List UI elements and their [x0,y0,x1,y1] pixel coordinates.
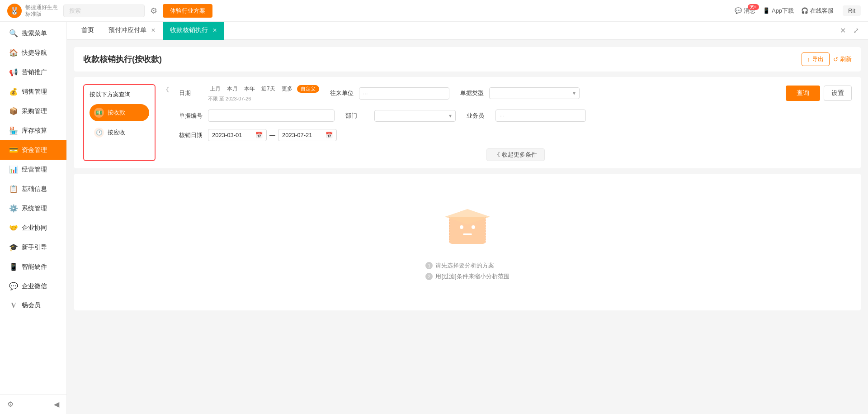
tab-receipt-writeoff[interactable]: 收款核销执行 ✕ [163,22,224,40]
filter-field-date: 日期 上月 本月 本年 近7天 更多 自定义 不限 至 [179,84,319,102]
tab-receipt-label: 收款核销执行 [170,26,208,34]
sidebar-item-hardware[interactable]: 📱 智能硬件 [0,257,66,276]
query-button[interactable]: 查询 [786,86,820,101]
topbar-icons: 💬 消息 99+ 📱 App下载 🎧 在线客服 [735,7,834,15]
empty-state: 1 请先选择要分析的方案 2 用[过滤]条件来缩小分析范围 [74,174,861,310]
shortcut-7days[interactable]: 近7天 [259,84,277,94]
receivable-icon: 🕐 [94,128,104,138]
topbar-settings-icon[interactable]: ⚙ [150,6,157,16]
docnumber-input[interactable] [208,109,335,122]
tab-fullscreen-icon[interactable]: ⤢ [851,24,861,37]
page-content: 收款核销执行(按收款) ↑ 导出 ↺ 刷新 按以下方案查询 [67,40,868,414]
online-service-item[interactable]: 🎧 在线客服 [801,7,834,15]
sidebar: 🔍 搜索菜单 🏠 快捷导航 📢 营销推广 💰 销售管理 📦 采购管理 🏪 库存核… [0,22,67,414]
department-select[interactable]: ▾ [374,110,456,122]
filter-expand-row: 《 收起更多条件 [179,148,852,161]
logo-icon: 🐰 [7,4,22,18]
sidebar-item-operation[interactable]: 📊 经营管理 [0,160,66,179]
shortcut-this-year[interactable]: 本年 [242,84,257,94]
sidebar-item-finance[interactable]: 💳 资金管理 [0,140,66,160]
sidebar-item-label: 搜索菜单 [22,29,47,38]
counterparty-dots: ··· [363,90,368,97]
basic-info-icon: 📋 [9,185,18,193]
sidebar-item-enterprise[interactable]: 🤝 企业协同 [0,218,66,238]
sidebar-item-marketing[interactable]: 📢 营销推广 [0,62,66,82]
solution-button[interactable]: 体验行业方案 [163,4,212,18]
collapse-more-button[interactable]: 《 收起更多条件 [486,148,545,161]
salesperson-select[interactable]: ··· [495,109,586,122]
collapse-icon: 《 [494,151,500,159]
tab-close-window-icon[interactable]: ✕ [838,24,848,37]
sidebar-item-label: 快捷导航 [22,49,47,57]
shortcut-this-month[interactable]: 本月 [225,84,240,94]
app-download-item[interactable]: 📱 App下载 [763,7,794,15]
sales-icon: 💰 [9,87,18,96]
calendar-to-icon[interactable]: 📅 [326,132,333,138]
doctype-select[interactable]: ▾ [489,87,580,99]
sidebar-item-label: 基础信息 [22,185,47,193]
phone-icon: 📱 [763,7,770,14]
doctype-label: 单据类型 [460,89,486,97]
shortcut-more[interactable]: 更多 [280,84,294,94]
docnumber-label: 单据编号 [179,112,204,120]
sidebar-item-label: 采购管理 [22,107,47,115]
tab-receipt-close[interactable]: ✕ [212,27,217,33]
sidebar-item-label: 企业协同 [22,224,47,232]
refresh-button[interactable]: ↺ 刷新 [833,52,852,66]
main-layout: 🔍 搜索菜单 🏠 快捷导航 📢 营销推广 💰 销售管理 📦 采购管理 🏪 库存核… [0,22,868,414]
operation-icon: 📊 [9,165,18,174]
guide-icon: 🎓 [9,243,18,252]
sidebar-item-system[interactable]: ⚙️ 系统管理 [0,199,66,218]
user-display[interactable]: Rit [843,5,861,16]
filter-row-2: 单据编号 部门 ▾ 业务员 [179,109,852,122]
sidebar-item-inventory[interactable]: 🏪 库存核算 [0,121,66,140]
sidebar-item-sales[interactable]: 💰 销售管理 [0,82,66,101]
refresh-icon: ↺ [833,56,838,63]
date-separator: — [269,132,275,138]
filter-option-receipt-label: 按收款 [108,109,125,117]
calendar-from-icon[interactable]: 📅 [255,132,263,138]
salesperson-label: 业务员 [467,112,492,120]
filter-option-by-receivable[interactable]: 🕐 按应收 [90,124,149,141]
sidebar-item-wechat[interactable]: 💬 企业微信 [0,276,66,296]
sidebar-collapse-button[interactable]: ◀ [54,400,59,409]
shortcut-last-month[interactable]: 上月 [208,84,222,94]
system-icon: ⚙️ [9,204,18,213]
tab-prepay-close[interactable]: ✕ [151,27,156,33]
sidebar-item-label: 智能硬件 [22,263,47,271]
settings-button[interactable]: 设置 [824,86,852,101]
filter-actions: 查询 设置 [786,86,852,101]
sidebar-item-member[interactable]: V 畅会员 [0,296,66,315]
export-icon: ↑ [807,56,811,63]
tab-home[interactable]: 首页 [74,22,101,40]
filter-option-by-receipt[interactable]: 💵 按收款 [90,104,149,121]
date-custom-badge[interactable]: 自定义 [297,85,319,93]
filter-collapse-btn[interactable]: 《 [163,84,172,161]
message-icon-item[interactable]: 💬 消息 99+ [735,7,755,15]
sidebar-item-purchase[interactable]: 📦 采购管理 [0,101,66,121]
sidebar-item-label: 库存核算 [22,127,47,135]
export-button[interactable]: ↑ 导出 [802,52,830,66]
sidebar-item-label: 系统管理 [22,205,47,213]
page-title: 收款核销执行(按收款) [83,54,162,65]
sidebar-item-basic-info[interactable]: 📋 基础信息 [0,179,66,199]
writeoff-date-to-input[interactable]: 2023-07-21 📅 [278,129,337,141]
writeoff-date-from-input[interactable]: 2023-03-01 📅 [208,129,267,141]
app-logo: 🐰 畅捷通好生意 标准版 [7,4,58,18]
page-header-actions: ↑ 导出 ↺ 刷新 [802,52,852,66]
sidebar-settings-icon[interactable]: ⚙ [7,400,14,409]
date-label: 日期 [179,89,204,97]
member-icon: V [9,301,18,309]
filter-field-docnumber: 单据编号 [179,109,335,122]
date-limit-text: 不限 至 2023-07-26 [208,95,319,102]
counterparty-select[interactable]: ··· [359,87,449,100]
sidebar-item-guide[interactable]: 🎓 新手引导 [0,238,66,257]
sidebar-item-quick-nav[interactable]: 🏠 快捷导航 [0,43,66,62]
filter-row-1: 日期 上月 本月 本年 近7天 更多 自定义 不限 至 [179,84,852,102]
tab-bar: 首页 预付冲应付单 ✕ 收款核销执行 ✕ ✕ ⤢ [67,22,868,40]
tab-prepay-conflict[interactable]: 预付冲应付单 ✕ [101,22,163,40]
marketing-icon: 📢 [9,68,18,76]
topbar-right: 💬 消息 99+ 📱 App下载 🎧 在线客服 Rit [735,5,861,16]
search-icon: 🔍 [9,29,18,38]
sidebar-item-search[interactable]: 🔍 搜索菜单 [0,24,66,43]
